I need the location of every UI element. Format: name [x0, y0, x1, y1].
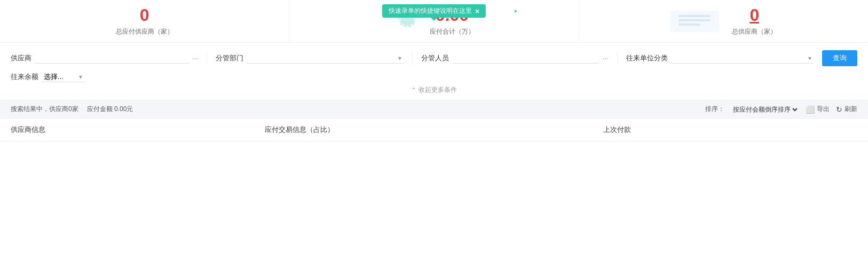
svg-rect-3: [400, 21, 403, 25]
collapse-button-label: 收起更多条件: [419, 85, 457, 95]
table-body: [0, 142, 868, 275]
sort-label: 排序：: [705, 105, 724, 114]
stat-all-suppliers-label: 总供应商（家）: [732, 27, 777, 36]
export-icon: ⬜: [806, 105, 815, 114]
department-filter-select[interactable]: [247, 53, 403, 64]
result-summary: 搜索结果中，供应商0家 应付金额 0.00元: [11, 105, 133, 114]
manager-more-icon[interactable]: ···: [602, 54, 609, 62]
filter-row-2: 往来余额 选择... ▾: [11, 72, 857, 82]
tooltip-bubble: 快速录单的快捷键说明在这里 ×: [382, 4, 486, 18]
collapse-button[interactable]: ⌃ 收起更多条件: [405, 84, 463, 96]
refresh-label: 刷新: [845, 105, 857, 114]
export-button[interactable]: ⬜ 导出: [806, 105, 830, 114]
col-header-payable: 应付交易信息（占比）: [265, 125, 603, 135]
department-filter-label: 分管部门: [216, 53, 243, 63]
stat-payable-total-label: 应付合计（万）: [430, 27, 475, 36]
unit-category-select-wrapper: ▾: [671, 53, 814, 64]
stat-payable-suppliers-value: 0: [140, 6, 149, 25]
col-header-lastpay: 上次付款: [603, 125, 857, 135]
department-select-wrapper: ▾: [247, 53, 403, 64]
collapse-chevron-icon: ⌃: [411, 87, 416, 94]
result-bar: 搜索结果中，供应商0家 应付金额 0.00元 排序： 按应付会额倒序排序 ⬜ 导…: [0, 100, 868, 119]
stat-all-suppliers-text: 0 总供应商（家）: [732, 6, 777, 36]
unit-category-filter-label: 往来单位分类: [626, 53, 668, 63]
result-suppliers-count: 搜索结果中，供应商0家: [11, 105, 78, 114]
stat-all-suppliers: 0 总供应商（家）: [579, 0, 868, 42]
stats-bar: 0 总应付供应商（家） 0.00 应付合计（万） 快速录单的快捷键说明在这里: [0, 0, 868, 43]
manager-filter-label: 分管人员: [421, 53, 449, 63]
supplier-filter-label: 供应商: [11, 53, 32, 63]
filter-unit-category: 往来单位分类 ▾: [626, 53, 814, 64]
result-amount-summary: 应付金额 0.00元: [87, 105, 133, 114]
svg-rect-6: [412, 21, 414, 25]
filter-manager: 分管人员 ···: [421, 53, 609, 64]
unit-category-filter-select[interactable]: [671, 53, 814, 64]
tooltip-close-btn[interactable]: ×: [475, 7, 479, 15]
result-actions: 排序： 按应付会额倒序排序 ⬜ 导出 ↻ 刷新: [705, 105, 857, 114]
refresh-button[interactable]: ↻ 刷新: [836, 105, 857, 114]
manager-filter-input[interactable]: [452, 53, 599, 64]
col-header-supplier: 供应商信息: [11, 125, 265, 135]
divider-3: [617, 52, 618, 65]
table-header: 供应商信息 应付交易信息（占比） 上次付款: [0, 119, 868, 142]
supplier-icon-placeholder: [670, 11, 719, 32]
divider-1: [207, 52, 207, 65]
filter-department: 分管部门 ▾: [216, 53, 403, 64]
sort-select[interactable]: 按应付会额倒序排序: [731, 105, 799, 114]
filter-row-1: 供应商 ··· 分管部门 ▾ 分管人员 ··· 往来单位分类: [11, 50, 857, 66]
filter-supplier: 供应商 ···: [11, 53, 198, 64]
svg-rect-5: [408, 23, 411, 27]
amount-select-wrapper: 选择... ▾: [42, 72, 84, 82]
supplier-filter-input[interactable]: [35, 53, 189, 64]
export-label: 导出: [817, 105, 830, 114]
collapse-bar: ⌃ 收起更多条件: [11, 84, 857, 96]
stat-total-payable-suppliers: 0 总应付供应商（家）: [0, 0, 289, 42]
divider-2: [412, 52, 413, 65]
tooltip-dot: [514, 9, 518, 13]
tooltip-text: 快速录单的快捷键说明在这里: [389, 6, 472, 15]
query-button[interactable]: 查询: [822, 50, 857, 66]
stat-payable-suppliers-label: 总应付供应商（家）: [116, 27, 173, 36]
filter-bar: 供应商 ··· 分管部门 ▾ 分管人员 ··· 往来单位分类: [0, 43, 868, 100]
refresh-icon: ↻: [836, 105, 842, 114]
svg-rect-4: [404, 23, 406, 27]
supplier-more-icon[interactable]: ···: [192, 54, 199, 62]
amount-filter-label: 往来余额: [11, 72, 38, 82]
amount-filter-select[interactable]: 选择...: [42, 72, 84, 82]
stat-all-suppliers-value: 0: [749, 6, 759, 25]
